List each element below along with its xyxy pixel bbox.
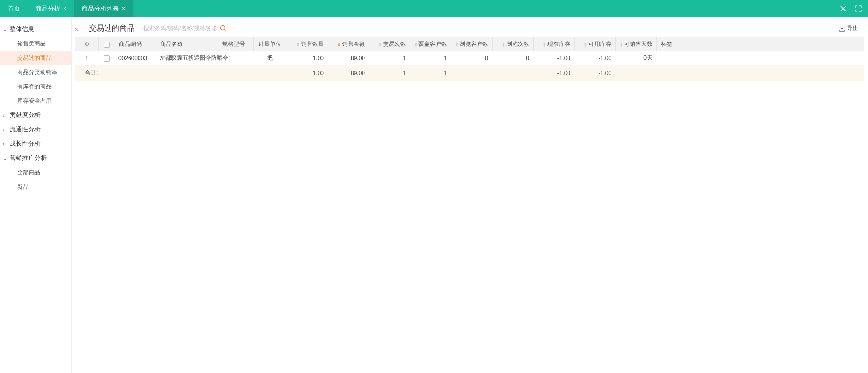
totals-amount: 89.00 <box>328 65 369 81</box>
sort-icon[interactable]: ▲▼ <box>296 42 300 47</box>
cell-name: 左都胶囊五折遮阳伞防晒伞; <box>156 51 218 65</box>
page-header: 交易过的商品 导出 <box>72 17 868 37</box>
col-label: 可销售天数 <box>624 41 653 47</box>
cell-checkbox[interactable] <box>98 51 115 65</box>
cell-browse-cust-value: 0 <box>485 55 488 62</box>
tab-label: 首页 <box>8 4 20 13</box>
chevron-down-icon: ⌄ <box>3 27 7 32</box>
cell-stock: -1.00 <box>533 51 574 65</box>
sidebar-item-sales-products[interactable]: 销售类商品 <box>0 36 71 51</box>
cell-browse: 0 <box>492 51 533 65</box>
col-label: 浏览客户数 <box>460 41 488 47</box>
sidebar-group-overview[interactable]: ⌄ 整体信息 <box>0 22 71 36</box>
col-avail[interactable]: ▲▼可用库存 <box>574 37 615 51</box>
cell-qty: 1.00 <box>287 51 328 65</box>
table-row[interactable]: 1 002600003 左都胶囊五折遮阳伞防晒伞; 把 1.00 89.00 1… <box>75 51 864 65</box>
checkbox-all[interactable] <box>104 42 110 48</box>
sidebar-item-traded-products[interactable]: 交易过的商品 <box>0 51 71 65</box>
close-icon[interactable]: × <box>63 5 66 12</box>
sidebar-group-circulation[interactable]: › 流通性分析 <box>0 122 71 137</box>
tab-product-analysis[interactable]: 商品分析 × <box>28 0 74 17</box>
col-label: 交易次数 <box>383 41 406 47</box>
sort-icon[interactable]: ▲▼ <box>455 42 459 47</box>
col-trades[interactable]: ▲▼交易次数 <box>369 37 410 51</box>
sort-icon[interactable]: ▲▼ <box>502 42 505 47</box>
sidebar-group-growth[interactable]: › 成长性分析 <box>0 137 71 151</box>
col-days[interactable]: ▲▼可销售天数 <box>615 37 656 51</box>
export-label: 导出 <box>847 24 858 32</box>
gear-icon[interactable]: ⚙ <box>84 41 90 48</box>
col-label: 商品名称 <box>160 41 183 47</box>
export-button[interactable]: 导出 <box>839 24 858 32</box>
sort-icon[interactable]: ▲▼ <box>378 42 382 47</box>
tab-product-analysis-list[interactable]: 商品分析列表 × <box>74 0 133 17</box>
col-product-code[interactable]: 商品编码 <box>115 37 156 51</box>
sort-icon[interactable]: ▲▼ <box>414 42 418 47</box>
fullscreen-icon[interactable] <box>854 4 863 13</box>
close-all-icon[interactable] <box>838 4 848 13</box>
sidebar-group-marketing[interactable]: ⌄ 营销推广分析 <box>0 151 71 165</box>
cell-browse-cust[interactable]: 0 <box>451 51 492 65</box>
col-customers[interactable]: ▲▼覆盖客户数 <box>410 37 451 51</box>
tabs-bar: 首页 商品分析 × 商品分析列表 × <box>0 0 868 17</box>
col-stock[interactable]: ▲▼现有库存 <box>533 37 574 51</box>
cell-index: 1 <box>75 51 98 65</box>
svg-point-0 <box>221 26 225 30</box>
sidebar-group-contribution[interactable]: › 贡献度分析 <box>0 108 71 122</box>
sidebar-item-stock-capital[interactable]: 库存资金占用 <box>0 94 71 108</box>
totals-label: 合计: <box>75 65 115 81</box>
totals-browse <box>492 65 533 81</box>
search-icon[interactable] <box>220 25 226 32</box>
col-label: 浏览次数 <box>506 41 529 47</box>
sidebar-group-label: 整体信息 <box>10 25 34 33</box>
export-icon <box>839 25 845 32</box>
page-title: 交易过的商品 <box>89 23 135 33</box>
sidebar-item-instock-products[interactable]: 有库存的商品 <box>0 79 71 94</box>
sort-icon[interactable]: ▲▼ <box>337 42 341 47</box>
totals-customers: 1 <box>410 65 451 81</box>
cell-tag <box>656 51 864 65</box>
col-amount[interactable]: ▲▼销售金额 <box>328 37 369 51</box>
sort-icon[interactable]: ▲▼ <box>584 42 588 47</box>
col-browse-customers[interactable]: ▲▼浏览客户数 <box>451 37 492 51</box>
col-label: 规格型号 <box>222 41 245 47</box>
sidebar-group-label: 营销推广分析 <box>10 154 47 162</box>
cell-customers: 1 <box>410 51 451 65</box>
sidebar-group-label: 贡献度分析 <box>10 111 41 119</box>
sidebar-group-label: 成长性分析 <box>10 139 41 148</box>
col-label: 标签 <box>661 41 672 47</box>
sidebar: ⌄ 整体信息 销售类商品 交易过的商品 商品分类动销率 有库存的商品 库存资金占… <box>0 17 72 373</box>
sidebar-item-all-products[interactable]: 全部商品 <box>0 165 71 180</box>
col-label: 覆盖客户数 <box>418 41 447 47</box>
col-gear[interactable]: ⚙ <box>75 37 98 51</box>
cell-trades: 1 <box>369 51 410 65</box>
search-input[interactable] <box>141 23 227 33</box>
col-label: 商品编码 <box>119 41 142 47</box>
search-wrap <box>141 23 227 33</box>
sort-icon[interactable]: ▲▼ <box>543 42 547 47</box>
totals-row: 合计: 1.00 89.00 1 1 -1.00 -1.00 <box>75 65 864 81</box>
close-icon[interactable]: × <box>122 5 125 12</box>
col-browse[interactable]: ▲▼浏览次数 <box>492 37 533 51</box>
col-checkbox[interactable] <box>98 37 115 51</box>
totals-browse-cust <box>451 65 492 81</box>
tab-label: 商品分析 <box>35 4 60 13</box>
svg-line-1 <box>225 30 226 32</box>
col-tag[interactable]: 标签 <box>656 37 864 51</box>
col-product-name[interactable]: 商品名称 <box>156 37 218 51</box>
tab-label: 商品分析列表 <box>82 4 119 13</box>
sidebar-group-label: 流通性分析 <box>10 125 41 134</box>
collapse-sidebar-icon[interactable]: « <box>75 25 78 32</box>
table-header-row: ⚙ 商品编码 商品名称 规格型号 计量单位 ▲▼销售数量 ▲▼销售金额 ▲▼交易… <box>75 37 864 51</box>
col-label: 现有库存 <box>547 41 570 47</box>
tab-home[interactable]: 首页 <box>0 0 28 17</box>
totals-avail: -1.00 <box>574 65 615 81</box>
cell-code: 002600003 <box>115 51 156 65</box>
col-qty[interactable]: ▲▼销售数量 <box>287 37 328 51</box>
col-unit[interactable]: 计量单位 <box>253 37 287 51</box>
checkbox-row[interactable] <box>104 55 110 62</box>
col-spec[interactable]: 规格型号 <box>218 37 253 51</box>
sort-icon[interactable]: ▲▼ <box>620 42 623 47</box>
sidebar-item-category-rate[interactable]: 商品分类动销率 <box>0 65 71 79</box>
sidebar-item-new-products[interactable]: 新品 <box>0 180 71 194</box>
